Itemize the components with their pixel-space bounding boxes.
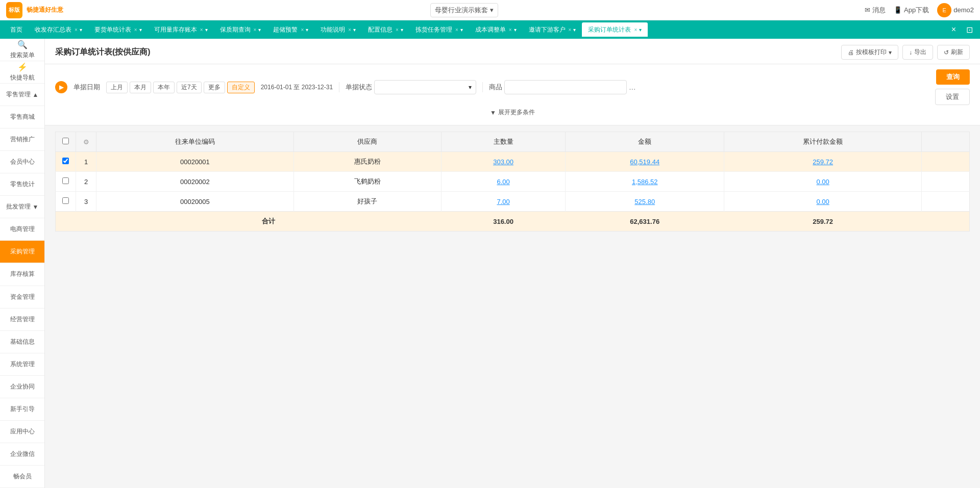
tab-invite-downstream[interactable]: 邀请下游客户 × ▾ bbox=[523, 22, 582, 37]
filter-toggle-button[interactable]: ▶ bbox=[55, 81, 67, 93]
th-supplier: 供应商 bbox=[293, 132, 441, 152]
sidebar-item-ecommerce[interactable]: 电商管理 bbox=[0, 218, 44, 241]
close-tab-pick-task[interactable]: × bbox=[455, 27, 458, 33]
close-tab-overstock-warning[interactable]: × bbox=[301, 27, 304, 33]
td-paid-amount-2[interactable]: 0.00 bbox=[724, 172, 922, 192]
td-amount-1[interactable]: 60,519.44 bbox=[566, 152, 724, 172]
date-btn-this-month[interactable]: 本月 bbox=[130, 82, 151, 93]
td-quantity-3[interactable]: 7.00 bbox=[441, 192, 565, 212]
export-icon: ↓ bbox=[909, 49, 912, 56]
td-paid-amount-1[interactable]: 259.72 bbox=[724, 152, 922, 172]
sidebar-item-purchase-mgmt[interactable]: 采购管理 bbox=[0, 241, 44, 263]
sidebar-item-marketing[interactable]: 营销推广 bbox=[0, 129, 44, 151]
close-tab-receive-summary[interactable]: × bbox=[75, 27, 78, 33]
tab-home[interactable]: 首页 bbox=[4, 22, 29, 37]
sidebar-item-member-center[interactable]: 会员中心 bbox=[0, 151, 44, 173]
message-button[interactable]: ✉ 消息 bbox=[865, 6, 886, 15]
sidebar-item-enterprise[interactable]: 企业协同 bbox=[0, 376, 44, 398]
close-tab-config-info[interactable]: × bbox=[396, 27, 399, 33]
tab-arrow-function-desc: ▾ bbox=[353, 27, 356, 33]
workspace-select[interactable]: 母婴行业演示账套 ▾ bbox=[430, 3, 498, 17]
sidebar-item-new-guide[interactable]: 新手引导 bbox=[0, 398, 44, 421]
td-amount-3[interactable]: 525.80 bbox=[566, 192, 724, 212]
sidebar: 🔍 搜索菜单 ⚡ 快捷导航 零售管理 ▲ 零售商城 营销推广 会员中心 零售统计… bbox=[0, 39, 45, 488]
export-button[interactable]: ↓ 导出 bbox=[902, 45, 933, 60]
logo-icon: 标版 bbox=[6, 2, 22, 18]
td-footer-paid-amount: 259.72 bbox=[724, 212, 922, 232]
date-range: 2016-01-01 至 2023-12-31 bbox=[261, 83, 333, 92]
column-settings-icon[interactable]: ⚙ bbox=[83, 138, 89, 146]
sidebar-item-quick-nav[interactable]: ⚡ 快捷导航 bbox=[0, 61, 44, 84]
status-select[interactable]: ▾ bbox=[374, 80, 476, 94]
tab-purchase-stats[interactable]: 采购订单统计表 × ▾ bbox=[582, 22, 648, 37]
nav-close-all[interactable]: × bbox=[948, 24, 959, 35]
tab-overstock-warning[interactable]: 超储预警 × ▾ bbox=[267, 22, 314, 37]
sidebar-item-system[interactable]: 系统管理 bbox=[0, 353, 44, 376]
sidebar-item-operation[interactable]: 经营管理 bbox=[0, 309, 44, 331]
close-tab-inventory-ledger[interactable]: × bbox=[200, 27, 203, 33]
tab-function-desc[interactable]: 功能说明 × ▾ bbox=[314, 22, 362, 37]
top-bar: 标版 畅捷通好生意 母婴行业演示账套 ▾ ✉ 消息 📱 App下载 E demo… bbox=[0, 0, 980, 20]
sidebar-item-member[interactable]: 畅会员 bbox=[0, 466, 44, 488]
sidebar-item-retail-stats[interactable]: 零售统计 bbox=[0, 173, 44, 196]
row-checkbox-1[interactable] bbox=[62, 158, 69, 164]
td-paid-amount-3[interactable]: 0.00 bbox=[724, 192, 922, 212]
tab-cost-adjust[interactable]: 成本调整单 × ▾ bbox=[469, 22, 523, 37]
td-unit-code-3: 00020005 bbox=[96, 192, 294, 212]
tab-expiry-query[interactable]: 保质期查询 × ▾ bbox=[214, 22, 267, 37]
td-quantity-2[interactable]: 6.00 bbox=[441, 172, 565, 192]
close-tab-invite-downstream[interactable]: × bbox=[569, 27, 572, 33]
td-footer-extra bbox=[922, 212, 970, 232]
sidebar-item-wholesale-mgmt[interactable]: 批发管理 ▼ bbox=[0, 196, 44, 218]
sidebar-item-search[interactable]: 🔍 搜索菜单 bbox=[0, 39, 44, 61]
tab-pick-task[interactable]: 拣货任务管理 × ▾ bbox=[409, 22, 469, 37]
tab-receive-summary[interactable]: 收发存汇总表 × ▾ bbox=[29, 22, 88, 37]
tab-order-stats[interactable]: 要货单统计表 × ▾ bbox=[88, 22, 148, 37]
goods-filter: 商品 ... bbox=[489, 80, 635, 94]
logo-text: 畅捷通好生意 bbox=[27, 6, 63, 13]
sidebar-item-basic-info[interactable]: 基础信息 bbox=[0, 331, 44, 353]
expand-more-button[interactable]: ▼ 展开更多条件 bbox=[55, 105, 970, 120]
date-btn-more[interactable]: 更多 bbox=[204, 82, 225, 93]
date-btn-custom[interactable]: 自定义 bbox=[227, 82, 255, 93]
refresh-button[interactable]: ↺ 刷新 bbox=[937, 45, 970, 60]
table-footer-row: 合计 316.00 62,631.76 259.72 bbox=[56, 212, 970, 232]
workspace-chevron-icon: ▾ bbox=[490, 6, 494, 14]
td-supplier-1: 惠氏奶粉 bbox=[293, 152, 441, 172]
user-menu[interactable]: E demo2 bbox=[937, 3, 974, 17]
close-tab-purchase-stats[interactable]: × bbox=[634, 27, 637, 33]
tab-config-info[interactable]: 配置信息 × ▾ bbox=[362, 22, 409, 37]
app-download-button[interactable]: 📱 App下载 bbox=[894, 6, 929, 15]
date-btn-this-year[interactable]: 本年 bbox=[153, 82, 175, 93]
td-quantity-1[interactable]: 303.00 bbox=[441, 152, 565, 172]
close-tab-expiry-query[interactable]: × bbox=[254, 27, 257, 33]
date-btn-last-month[interactable]: 上月 bbox=[106, 82, 128, 93]
date-btn-7days[interactable]: 近7天 bbox=[177, 82, 202, 93]
sidebar-item-retail-mall[interactable]: 零售商城 bbox=[0, 106, 44, 129]
close-tab-function-desc[interactable]: × bbox=[348, 27, 351, 33]
select-all-checkbox[interactable] bbox=[62, 138, 69, 144]
sidebar-item-finance[interactable]: 资金管理 bbox=[0, 286, 44, 309]
print-button[interactable]: 🖨 按模板打印 ▾ bbox=[841, 45, 898, 60]
row-checkbox-3[interactable] bbox=[62, 197, 69, 204]
close-tab-order-stats[interactable]: × bbox=[134, 27, 137, 33]
goods-input[interactable] bbox=[504, 80, 627, 94]
goods-label: 商品 bbox=[489, 83, 502, 92]
td-amount-2[interactable]: 1,586.52 bbox=[566, 172, 724, 192]
td-extra-3 bbox=[922, 192, 970, 212]
td-supplier-3: 好孩子 bbox=[293, 192, 441, 212]
tab-arrow-inventory-ledger: ▾ bbox=[205, 27, 208, 33]
close-tab-cost-adjust[interactable]: × bbox=[509, 27, 512, 33]
search-icon: 🔍 bbox=[17, 40, 28, 49]
td-footer-quantity: 316.00 bbox=[441, 212, 565, 232]
sidebar-item-inventory[interactable]: 库存核算 bbox=[0, 263, 44, 286]
sidebar-item-retail-mgmt[interactable]: 零售管理 ▲ bbox=[0, 84, 44, 106]
sidebar-item-app-center[interactable]: 应用中心 bbox=[0, 421, 44, 443]
tab-inventory-ledger[interactable]: 可用量库存账本 × ▾ bbox=[148, 22, 214, 37]
sidebar-item-enterprise-wechat[interactable]: 企业微信 bbox=[0, 443, 44, 466]
retail-mgmt-arrow-icon: ▲ bbox=[33, 91, 39, 98]
settings-button[interactable]: 设置 bbox=[935, 89, 970, 105]
query-button[interactable]: 查询 bbox=[936, 69, 970, 85]
nav-restore[interactable]: ⊡ bbox=[963, 24, 976, 36]
row-checkbox-2[interactable] bbox=[62, 177, 69, 184]
